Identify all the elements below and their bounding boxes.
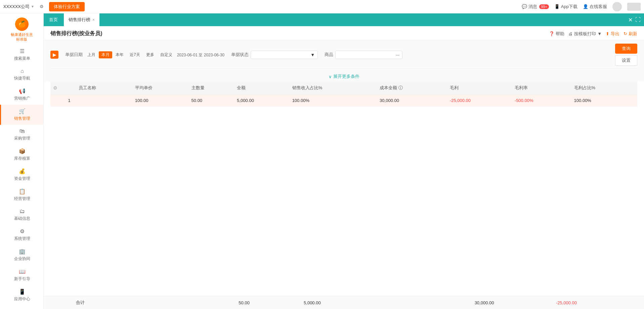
help-label: 帮助 [556, 31, 564, 37]
table-footer: 合计 50.00 5,000.00 30,000.00 -25,000.00 [44, 296, 644, 309]
tab-minimize-icon[interactable]: ✕ [628, 17, 633, 23]
page-title: 销售排行榜(按业务员) [50, 30, 102, 37]
col-profit-rate: 毛利率 [512, 82, 571, 95]
footer-table: 合计 50.00 5,000.00 30,000.00 -25,000.00 [50, 300, 637, 306]
print-button[interactable]: 🖨 按模板打印 ▼ [568, 31, 602, 37]
footer-amount: 5,000.00 [304, 300, 385, 306]
refresh-button[interactable]: ↻ 刷新 [624, 31, 637, 37]
filter-grid: ▶ 单据日期 上月 本月 本年 近7天 更多 自定义 2023-06-01 至 … [50, 44, 637, 66]
export-button[interactable]: ⬆ 导出 [606, 31, 619, 37]
user-avatar[interactable] [612, 2, 622, 11]
sidebar-item-label: 销售管理 [14, 116, 30, 121]
sidebar-item-wechat[interactable]: 💬 企业微信 [0, 305, 43, 309]
table-header: ⚙ 员工名称 平均单价 主数量 全额 销售收入占比% 成本全额 ⓘ 毛利 毛利率… [50, 82, 637, 95]
table-body: 1 100.00 50.00 5,000.00 100.00% 30,000.0… [50, 95, 637, 107]
company-selector[interactable]: XXXXXX公司 ▼ [3, 4, 34, 10]
top-bar: XXXXXX公司 ▼ ⚙ 体验行业方案 💬 消息 99+ 📱 App下载 👤 在… [0, 0, 644, 13]
main-content: 首页 销售排行榜 × ✕ ⛶ 销售排行榜(按业务员) ❓ 帮助 [44, 13, 644, 309]
online-service-label: 在线客服 [590, 4, 607, 10]
sidebar-item-inventory[interactable]: 📦 库存核算 [0, 145, 43, 165]
sidebar-item-sales[interactable]: 🛒 销售管理 [0, 105, 43, 125]
status-select[interactable]: ▼ [251, 51, 318, 59]
query-button[interactable]: 查询 [615, 44, 637, 54]
date-filter-label: 单据日期 [65, 52, 83, 58]
status-filter: 单据状态 ▼ [231, 51, 318, 59]
top-bar-right: 💬 消息 99+ 📱 App下载 👤 在线客服 [522, 2, 641, 11]
logo-icon: 🍊 [15, 17, 29, 31]
sidebar-item-finance[interactable]: 💰 资金管理 [0, 165, 43, 185]
sidebar-item-apps[interactable]: 📱 应用中心 [0, 285, 43, 305]
header-actions: ❓ 帮助 🖨 按模板打印 ▼ ⬆ 导出 ↻ 刷新 [549, 31, 637, 37]
apps-icon: 📱 [19, 289, 26, 295]
column-settings-icon[interactable]: ⚙ [53, 85, 57, 91]
sidebar-item-marketing[interactable]: 📢 营销推广 [0, 85, 43, 105]
trial-button[interactable]: 体验行业方案 [49, 2, 85, 11]
tab-bar-actions: ✕ ⛶ [628, 17, 644, 23]
enterprise-icon: 🏢 [19, 248, 26, 255]
date-tab-custom[interactable]: 自定义 [158, 51, 175, 58]
logo-text: 畅康通好生意 标准版 [11, 32, 33, 42]
col-sales-pct: 销售收入占比% [290, 82, 377, 95]
expand-more-label: 展开更多条件 [333, 73, 359, 80]
expand-more-button[interactable]: ∨ 展开更多条件 [329, 73, 359, 80]
date-tab-more[interactable]: 更多 [143, 51, 157, 58]
footer-avg-price-cell [174, 300, 239, 306]
tab-sales-ranking[interactable]: 销售排行榜 × [64, 13, 99, 26]
sidebar-item-label: 企业协同 [14, 256, 30, 262]
expand-more-area: ∨ 展开更多条件 [50, 68, 637, 82]
sidebar-item-purchase[interactable]: 🛍 采购管理 [0, 125, 43, 145]
sidebar-item-basics[interactable]: 🗂 基础信息 [0, 205, 43, 225]
basics-icon: 🗂 [19, 208, 25, 214]
page-content-area: 销售排行榜(按业务员) ❓ 帮助 🖨 按模板打印 ▼ ⬆ 导出 [44, 26, 644, 309]
date-tab-last-month[interactable]: 上月 [85, 51, 98, 58]
sidebar-item-operations[interactable]: 📋 经营管理 [0, 185, 43, 205]
sidebar-item-guide[interactable]: 📖 新手引导 [0, 265, 43, 285]
footer-label: 合计 [76, 300, 174, 306]
sidebar-nav: ☰ 搜索菜单 ⌂ 快捷导航 📢 营销推广 🛒 销售管理 🛍 采购管理 📦 库 [0, 45, 43, 309]
tab-close-button[interactable]: × [92, 17, 95, 22]
filter-toggle-button[interactable]: ▶ [50, 51, 58, 59]
message-button[interactable]: 💬 消息 99+ [522, 4, 549, 10]
message-badge: 99+ [539, 4, 549, 9]
sidebar-logo: 🍊 畅康通好生意 标准版 [0, 13, 43, 45]
sidebar-item-label: 资金管理 [14, 176, 30, 182]
col-quantity: 主数量 [189, 82, 234, 95]
tab-label: 销售排行榜 [69, 17, 90, 23]
company-dropdown-arrow: ▼ [31, 5, 34, 8]
table-area: ⚙ 员工名称 平均单价 主数量 全额 销售收入占比% 成本全额 ⓘ 毛利 毛利率… [44, 82, 644, 296]
setting-button[interactable]: 设置 [615, 55, 637, 66]
sidebar-item-system[interactable]: ⚙ 系统管理 [0, 225, 43, 245]
finance-icon: 💰 [19, 168, 26, 174]
app-download-button[interactable]: 📱 App下载 [554, 4, 577, 10]
marketing-icon: 📢 [19, 88, 26, 94]
sidebar-item-search-menu[interactable]: ☰ 搜索菜单 [0, 45, 43, 65]
date-tab-this-month[interactable]: 本月 [99, 51, 112, 58]
col-profit-pct: 毛利占比% [571, 82, 637, 95]
row-cost: 30,000.00 [377, 95, 447, 107]
footer-row: 合计 50.00 5,000.00 30,000.00 -25,000.00 [50, 300, 637, 306]
tab-home[interactable]: 首页 [44, 13, 63, 26]
goods-select[interactable]: ··· [335, 51, 402, 59]
goods-filter-label: 商品 [325, 52, 333, 58]
sidebar-item-enterprise[interactable]: 🏢 企业协同 [0, 245, 43, 265]
page-header: 销售排行榜(按业务员) ❓ 帮助 🖨 按模板打印 ▼ ⬆ 导出 [44, 26, 644, 40]
row-rank: 1 [62, 95, 76, 107]
row-avg-price: 100.00 [132, 95, 189, 107]
date-tab-7days[interactable]: 近7天 [127, 51, 143, 58]
search-menu-icon: ☰ [20, 48, 25, 54]
online-service-button[interactable]: 👤 在线客服 [583, 4, 607, 10]
quick-nav-icon: ⌂ [20, 68, 24, 74]
sidebar-item-quick-nav[interactable]: ⌂ 快捷导航 [0, 65, 43, 85]
top-gear-button[interactable]: ⚙ [37, 2, 46, 11]
company-name: XXXXXX公司 [3, 4, 30, 10]
sidebar-item-label: 库存核算 [14, 156, 30, 161]
tab-maximize-icon[interactable]: ⛶ [635, 17, 641, 23]
user-name-placeholder [627, 3, 641, 11]
app-icon: 📱 [554, 4, 560, 9]
row-employee-name [76, 95, 132, 107]
help-button[interactable]: ❓ 帮助 [549, 31, 564, 37]
guide-icon: 📖 [19, 268, 26, 275]
col-profit: 毛利 [447, 82, 512, 95]
sidebar-item-label: 采购管理 [14, 136, 30, 141]
date-tab-this-year[interactable]: 本年 [113, 51, 126, 58]
